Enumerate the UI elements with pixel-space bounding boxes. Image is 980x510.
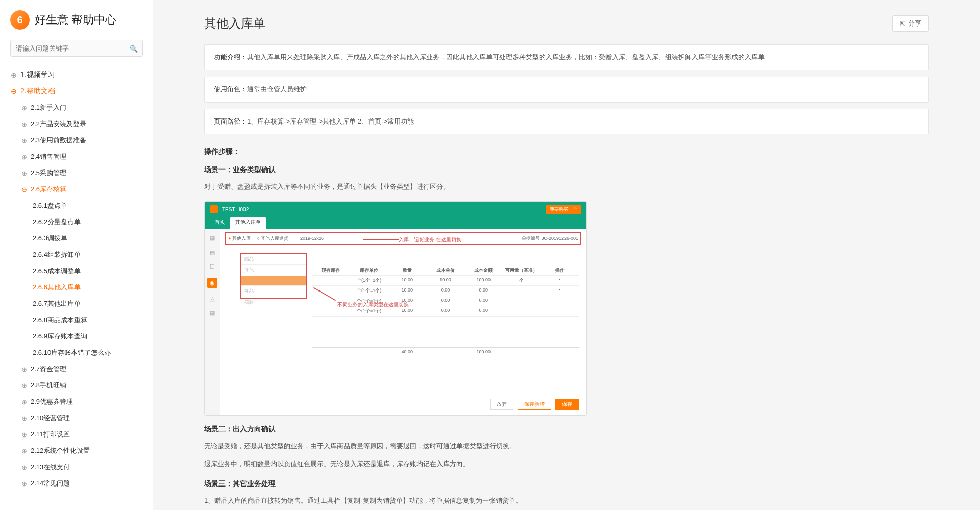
nav-label: 2.11打印设置 [31, 430, 70, 439]
nav-help-docs[interactable]: ⊖ 2.帮助文档 [10, 83, 143, 100]
nav-assembly[interactable]: 2.6.4组装拆卸单 [10, 247, 143, 263]
plus-icon: ⊕ [20, 153, 28, 160]
search-input[interactable] [10, 40, 143, 57]
cell: 100.00 [464, 277, 503, 284]
minus-icon: ⊖ [20, 186, 28, 193]
nav-label: 2.14常见问题 [31, 479, 70, 488]
nav-cost-recalc[interactable]: 2.6.8商品成本重算 [10, 312, 143, 328]
cell [503, 308, 541, 314]
sum-amt: 100.00 [464, 349, 503, 354]
nav-label: 2.6.9库存账本查询 [33, 332, 87, 341]
col-header: 操作 [541, 267, 579, 274]
nav-coupon[interactable]: ⊕2.9优惠券管理 [10, 394, 143, 410]
search-icon[interactable]: 🔍 [130, 44, 138, 52]
nav-system[interactable]: ⊕2.12系统个性化设置 [10, 443, 143, 459]
nav-other-in[interactable]: 2.6.6其他入库单 [10, 279, 143, 296]
nav-stock-ledger[interactable]: 2.6.9库存账本查询 [10, 328, 143, 345]
plus-icon: ⊕ [20, 382, 28, 389]
nav-transfer[interactable]: 2.6.3调拨单 [10, 230, 143, 247]
scene3-heading: 场景三：其它业务处理 [204, 479, 929, 489]
screenshot-image: TEST-H002 我要购买一个 首页 其他入库单 ▦ ▤ ☐ ◉ △ [204, 201, 587, 416]
side-icon: ☐ [210, 263, 215, 270]
nav-stock-ledger-fix[interactable]: 2.6.10库存账本错了怎么办 [10, 345, 143, 361]
nav-print[interactable]: ⊕2.11打印设置 [10, 426, 143, 443]
cell: 0.00 [426, 287, 464, 294]
nav-data-prep[interactable]: ⊕2.3使用前数据准备 [10, 132, 143, 149]
nav-label: 2.6.5成本调整单 [33, 266, 81, 276]
nav-business[interactable]: ⊕2.10经营管理 [10, 410, 143, 426]
scene2-heading: 场景二：出入方向确认 [204, 425, 929, 434]
nav-label: 2.12系统个性化设置 [31, 446, 90, 455]
nav-other-out[interactable]: 2.6.7其他出库单 [10, 296, 143, 312]
nav-label: 1.视频学习 [20, 70, 55, 80]
cell [312, 277, 350, 284]
nav-label: 2.13在线支付 [31, 463, 70, 472]
path-box: 页面路径：1、库存核算->库存管理->其他入库单 2、首页->常用功能 [204, 109, 929, 135]
intro-label: 功能介绍： [214, 53, 247, 61]
nav-weight-stock[interactable]: 2.6.2分量盘点单 [10, 214, 143, 230]
nav-video-study[interactable]: ⊕ 1.视频学习 [10, 67, 143, 83]
nav-inventory[interactable]: ⊖2.6库存核算 [10, 181, 143, 198]
nav-stock-take[interactable]: 2.6.1盘点单 [10, 198, 143, 214]
sidebar: 6 好生意 帮助中心 🔍 ⊕ 1.视频学习 ⊖ 2.帮助文档 ⊕2.1新手入门 … [0, 0, 153, 510]
side-icon: ▦ [210, 235, 215, 241]
minus-icon: ⊖ [10, 88, 17, 95]
intro-box: 功能介绍：其他入库单用来处理除采购入库、产成品入库之外的其他入库业务，因此其他入… [204, 44, 929, 70]
app-orange-button: 我要购买一个 [546, 205, 581, 214]
cell [503, 349, 541, 354]
col-header: 数量 [388, 267, 426, 274]
nav-label: 2.5采购管理 [31, 168, 66, 178]
cell: 个(1个=1个) [350, 308, 388, 314]
screenshot-side-icons: ▦ ▤ ☐ ◉ △ ▦ [205, 230, 220, 415]
share-button[interactable]: ⇱ 分享 [892, 15, 929, 32]
screenshot-footer: 放弃 保存新增 保存 [490, 399, 579, 410]
nav-purchase-mgmt[interactable]: ⊕2.5采购管理 [10, 165, 143, 181]
nav-label: 2.6.7其他出库单 [33, 299, 81, 308]
nav-label: 2.6.10库存账本错了怎么办 [33, 348, 111, 357]
nav-payment[interactable]: ⊕2.13在线支付 [10, 459, 143, 475]
cell: 0.00 [464, 287, 503, 294]
nav-mobile-shop[interactable]: ⊕2.8手机旺铺 [10, 377, 143, 394]
plus-icon: ⊕ [20, 137, 28, 144]
btn-save-add: 保存新增 [518, 399, 551, 410]
nav-faq[interactable]: ⊕2.14常见问题 [10, 475, 143, 492]
cell [312, 349, 350, 354]
nav-sales-mgmt[interactable]: ⊕2.4销售管理 [10, 149, 143, 165]
plus-icon: ⊕ [20, 398, 28, 405]
plus-icon: ⊕ [20, 366, 28, 373]
dropdown-opt: 其他 [241, 265, 306, 276]
nav-label: 2.6.1盘点单 [33, 201, 67, 210]
cell: 个(1个=1个) [350, 277, 388, 284]
nav-getting-started[interactable]: ⊕2.1新手入门 [10, 100, 143, 116]
logo-area: 6 好生意 帮助中心 [10, 10, 143, 30]
tab-home: 首页 [210, 217, 230, 229]
plus-icon: ⊕ [20, 415, 28, 422]
intro-text: 其他入库单用来处理除采购入库、产成品入库之外的其他入库业务，因此其他入库单可处理… [247, 53, 765, 61]
plus-icon: ⊕ [20, 464, 28, 471]
doc-no: JC-20191226-001 [542, 236, 578, 241]
nav-label: 2.帮助文档 [20, 87, 55, 96]
dropdown-business-type: 赠品 其他 礼品 罚款 [240, 253, 307, 299]
dropdown-opt: 礼品 [241, 286, 306, 297]
nav-install-login[interactable]: ⊕2.2产品安装及登录 [10, 116, 143, 132]
nav-cost-adjust[interactable]: 2.6.5成本调整单 [10, 263, 143, 279]
nav-label: 2.2产品安装及登录 [31, 119, 86, 129]
cell [426, 349, 464, 354]
logo-title: 好生意 帮助中心 [35, 12, 116, 28]
page-header: 其他入库单 ⇱ 分享 [204, 15, 929, 32]
nav-label: 2.10经营管理 [31, 414, 70, 423]
nav-funds[interactable]: ⊕2.7资金管理 [10, 361, 143, 377]
cell: 10.00 [426, 277, 464, 284]
cell: 0.00 [464, 308, 503, 314]
cell [312, 308, 350, 314]
radio-other-in: 其他入库 [232, 236, 251, 241]
plus-icon: ⊕ [20, 169, 28, 177]
main-content: 其他入库单 ⇱ 分享 功能介绍：其他入库单用来处理除采购入库、产成品入库之外的其… [153, 0, 980, 510]
cell [503, 298, 541, 304]
nav-label: 2.6.3调拨单 [33, 234, 67, 243]
col-header: 成本金额 [464, 267, 503, 274]
side-icon: ▤ [210, 249, 215, 256]
scene1-text: 对于受赠、盘盈或是拆装入库等不同的业务，是通过单据头【业务类型】进行区分。 [204, 181, 929, 193]
col-header: 可用量（基准） [503, 267, 541, 274]
role-box: 使用角色：通常由仓管人员维护 [204, 77, 929, 103]
